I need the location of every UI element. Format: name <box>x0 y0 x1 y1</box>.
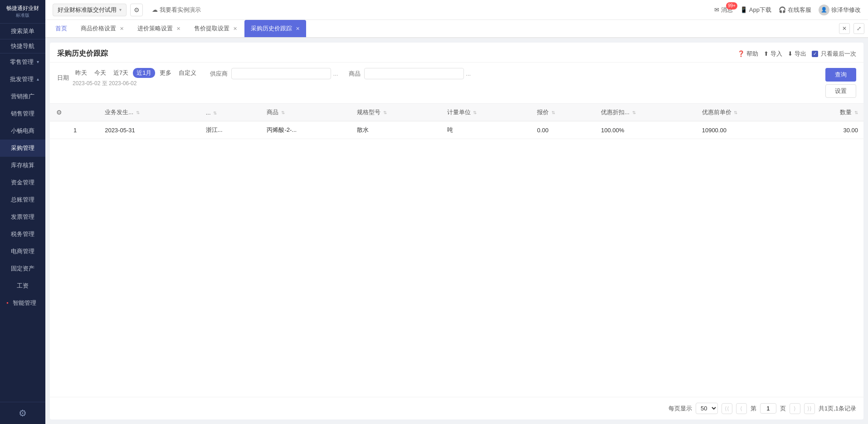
th-settings[interactable]: ⚙ <box>50 104 68 121</box>
topbar-left: 好业财标准版交付试用 ▾ ⚙ ☁ 我要看实例演示 <box>53 4 714 16</box>
page-suffix: 页 <box>780 405 786 413</box>
tab-sale-price-label: 售价提取设置 <box>194 24 229 33</box>
page-number-input[interactable] <box>760 403 776 414</box>
close-tab-button[interactable]: ✕ <box>839 23 850 34</box>
close-icon[interactable]: ✕ <box>296 26 300 31</box>
user-name: 徐泽华修改 <box>831 6 861 14</box>
product-selector-label: 好业财标准版交付试用 <box>58 6 117 14</box>
tab-purchase-strategy[interactable]: 进价策略设置 ✕ <box>131 20 187 37</box>
app-logo-text: 畅捷通好业财 <box>6 5 39 12</box>
dot-icon: ● <box>6 301 9 305</box>
sidebar-settings-icon[interactable]: ⚙ <box>0 402 45 424</box>
th-unit[interactable]: 计量单位 ⇅ <box>442 104 532 121</box>
only-last-checkbox[interactable]: ✓ 只看最后一次 <box>812 50 856 58</box>
first-page-icon: ⟨⟨ <box>725 405 729 412</box>
last-page-button[interactable]: ⟩⟩ <box>804 403 815 414</box>
td-discount: 100.00% <box>595 121 697 139</box>
tab-product-price-label: 商品价格设置 <box>81 24 116 33</box>
th-date[interactable]: 业务发生... ⇅ <box>99 104 200 121</box>
th-before-discount-price[interactable]: 优惠前单价 ⇅ <box>697 104 800 121</box>
per-page-select[interactable]: 50 <box>696 403 718 414</box>
demo-link[interactable]: ☁ 我要看实例演示 <box>152 6 201 14</box>
online-service-button[interactable]: 🎧 在线客服 <box>779 6 811 14</box>
th-date-label: 业务发生... <box>105 109 133 116</box>
close-icon[interactable]: ✕ <box>176 26 180 31</box>
sidebar-item-label: 工资 <box>6 282 39 290</box>
sidebar-item-ecommerce[interactable]: 电商管理 <box>0 243 45 260</box>
prev-page-button[interactable]: ⟨ <box>736 403 747 414</box>
tab-home[interactable]: 首页 <box>49 20 73 37</box>
sidebar-item-label: 批发管理 <box>6 75 37 83</box>
pagination: 每页显示 50 ⟨⟨ ⟨ 第 页 ⟩ ⟩⟩ 共1页,1条记录 <box>50 397 863 419</box>
td-settings <box>50 121 68 139</box>
user-info[interactable]: 👤 徐泽华修改 <box>819 5 861 15</box>
sidebar-search[interactable]: 搜索菜单 <box>0 24 45 39</box>
th-quantity[interactable]: 数量 ⇅ <box>800 104 863 121</box>
sidebar-item-retail[interactable]: 零售管理 ▾ <box>0 53 45 71</box>
sidebar-item-finance[interactable]: 资金管理 <box>0 174 45 191</box>
supplier-input-wrap: ... <box>231 68 338 79</box>
th-col3[interactable]: ... ⇅ <box>200 104 262 121</box>
avatar: 👤 <box>819 5 829 15</box>
th-col3-label: ... <box>206 109 211 116</box>
th-price[interactable]: 报价 ⇅ <box>532 104 595 121</box>
help-button[interactable]: ❓ 帮助 <box>737 50 758 58</box>
checkbox-icon: ✓ <box>812 51 818 57</box>
th-discount[interactable]: 优惠折扣... ⇅ <box>595 104 697 121</box>
th-quantity-label: 数量 <box>840 109 852 116</box>
date-option-last7[interactable]: 近7天 <box>111 68 131 78</box>
export-button[interactable]: ⬇ 导出 <box>788 50 806 58</box>
product-selector[interactable]: 好业财标准版交付试用 ▾ <box>53 4 127 16</box>
date-option-custom[interactable]: 自定义 <box>176 68 199 78</box>
tab-product-price[interactable]: 商品价格设置 ✕ <box>74 20 130 37</box>
sidebar-item-payroll[interactable]: 工资 <box>0 277 45 294</box>
tab-sale-price[interactable]: 售价提取设置 ✕ <box>188 20 244 37</box>
sidebar-item-tax[interactable]: 税务管理 <box>0 226 45 243</box>
date-option-last1m[interactable]: 近1月 <box>133 68 155 78</box>
app-logo-sub: 标准版 <box>16 12 29 19</box>
settings-icon[interactable]: ⚙ <box>130 4 143 16</box>
query-button[interactable]: 查询 <box>825 68 856 82</box>
supplier-input[interactable] <box>231 68 331 79</box>
content-area: 采购历史价跟踪 ❓ 帮助 ⬆ 导入 ⬇ 导出 ✓ 只 <box>50 43 863 419</box>
supplier-ellipsis[interactable]: ... <box>333 70 338 77</box>
product-ellipsis[interactable]: ... <box>466 70 471 77</box>
th-product[interactable]: 商品 ⇅ <box>261 104 351 121</box>
import-button[interactable]: ⬆ 导入 <box>764 50 782 58</box>
sidebar-item-ecommerce-small[interactable]: 小畅电商 <box>0 122 45 140</box>
date-option-today[interactable]: 今天 <box>92 68 109 78</box>
sidebar-item-sales[interactable]: 销售管理 <box>0 105 45 122</box>
table-row[interactable]: 1 2023-05-31 浙江... 丙烯酸-2-... 散水 吨 0.00 1… <box>50 121 863 139</box>
maximize-tab-button[interactable]: ⤢ <box>853 23 864 34</box>
data-table: ⚙ 业务发生... ⇅ ... ⇅ 商品 ⇅ <box>50 104 863 139</box>
tab-purchase-history[interactable]: 采购历史价跟踪 ✕ <box>244 20 306 37</box>
app-download-icon: 📱 <box>740 6 747 13</box>
sidebar: 畅捷通好业财 标准版 搜索菜单 快捷导航 零售管理 ▾ 批发管理 ▴ 营销推广 … <box>0 0 45 424</box>
sidebar-item-smart[interactable]: ● 智能管理 <box>0 294 45 312</box>
sort-icon: ⇅ <box>213 111 217 116</box>
next-page-button[interactable]: ⟩ <box>790 403 800 414</box>
tab-purchase-strategy-label: 进价策略设置 <box>137 24 173 33</box>
table-body: 1 2023-05-31 浙江... 丙烯酸-2-... 散水 吨 0.00 1… <box>50 121 863 139</box>
sidebar-item-purchase[interactable]: 采购管理 <box>0 140 45 157</box>
only-last-label: 只看最后一次 <box>821 50 856 58</box>
close-icon[interactable]: ✕ <box>233 26 237 31</box>
sort-icon: ⇅ <box>632 110 636 115</box>
app-download-button[interactable]: 📱 App下载 <box>740 6 771 14</box>
sidebar-item-inventory[interactable]: 库存核算 <box>0 157 45 174</box>
td-spec: 散水 <box>351 121 442 139</box>
sidebar-item-invoice[interactable]: 发票管理 <box>0 208 45 226</box>
message-button[interactable]: ✉ 消息 99+ <box>714 6 733 14</box>
date-option-yesterday[interactable]: 昨天 <box>73 68 90 78</box>
date-option-more[interactable]: 更多 <box>157 68 174 78</box>
close-icon[interactable]: ✕ <box>120 26 124 31</box>
sidebar-item-assets[interactable]: 固定资产 <box>0 260 45 277</box>
first-page-button[interactable]: ⟨⟨ <box>722 403 732 414</box>
sidebar-item-marketing[interactable]: 营销推广 <box>0 88 45 105</box>
product-input[interactable] <box>364 68 464 79</box>
sidebar-item-wholesale[interactable]: 批发管理 ▴ <box>0 71 45 88</box>
th-spec[interactable]: 规格型号 ⇅ <box>351 104 442 121</box>
settings-button[interactable]: 设置 <box>825 84 856 98</box>
sidebar-quick-nav[interactable]: 快捷导航 <box>0 39 45 53</box>
sidebar-item-ledger[interactable]: 总账管理 <box>0 191 45 208</box>
